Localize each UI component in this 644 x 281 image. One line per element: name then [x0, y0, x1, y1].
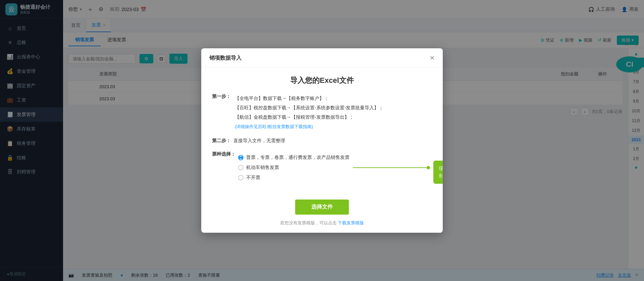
radio-motor-label: 机动车销售发票: [246, 165, 279, 171]
radio-none[interactable]: 不开票: [238, 175, 350, 181]
radio-motor-circle: [238, 165, 244, 170]
step2: 第二步： 直接导入文件，无需整理: [212, 138, 432, 144]
step2-text: 直接导入文件，无需整理: [233, 138, 285, 144]
tooltip-line: [353, 167, 430, 168]
modal-overlay: 销项数据导入 ✕ 导入您的Excel文件 第一步： 【全电平台】数据下载→【税务…: [0, 0, 644, 281]
modal-title: 销项数据导入: [209, 55, 241, 62]
modal-footer: 选择文件 若您没有发票模版，可以点击 下载发票模版: [201, 194, 443, 233]
radio-motor[interactable]: 机动车销售发票: [238, 165, 350, 171]
ticket-selection: 票种选择： 普票，专票，卷票，通行费发票，农产品销售发票: [212, 151, 432, 181]
template-tip-text: 若您没有发票模版，可以点击: [280, 220, 337, 225]
select-file-button[interactable]: 选择文件: [295, 200, 349, 215]
modal-close-button[interactable]: ✕: [430, 54, 435, 62]
step1-line2: 【百旺】税控盘数据下载→【系统设置-系统参数设置-发票批量导入】；: [235, 103, 383, 112]
step1-label: 第一步：: [212, 94, 232, 131]
template-download-link[interactable]: 下载发票模版: [338, 220, 364, 225]
modal-main-title: 导入您的Excel文件: [212, 75, 432, 86]
ticket-label: 票种选择：: [212, 151, 235, 157]
modal-body: 导入您的Excel文件 第一步： 【全电平台】数据下载→【税务数字账户】； 【百…: [201, 67, 443, 194]
template-tip: 若您没有发票模版，可以点击 下载发票模版: [212, 220, 432, 226]
modal-header: 销项数据导入 ✕: [201, 48, 443, 67]
radio-group: 普票，专票，卷票，通行费发票，农产品销售发票 机动车销售发票: [238, 155, 350, 181]
tooltip-bubble: × 现在支持的票种多了，导入发票时别忘了选择正确的发票类型呀!: [433, 161, 443, 184]
modal-dialog: 销项数据导入 ✕ 导入您的Excel文件 第一步： 【全电平台】数据下载→【税务…: [201, 48, 443, 233]
tooltip-text: 现在支持的票种多了，导入发票时别忘了选择正确的发票类型呀!: [439, 166, 443, 178]
radio-normal-circle: [238, 155, 244, 160]
step1-line3: 【航信】金税盘数据下载→【报税管理-发票数据导出】；: [235, 112, 383, 122]
radio-none-label: 不开票: [246, 175, 260, 181]
radio-normal-label: 普票，专票，卷票，通行费发票，农产品销售发票: [246, 155, 350, 161]
radio-none-circle: [238, 175, 244, 180]
step1-content: 【全电平台】数据下载→【税务数字账户】； 【百旺】税控盘数据下载→【系统设置-系…: [235, 94, 383, 131]
step1-line1: 【全电平台】数据下载→【税务数字账户】；: [235, 94, 383, 103]
step2-label: 第二步：: [212, 138, 231, 144]
step1: 第一步： 【全电平台】数据下载→【税务数字账户】； 【百旺】税控盘数据下载→【系…: [212, 94, 432, 131]
step1-link[interactable]: (详细操作见百旺/航信发票数据下载指南): [235, 124, 313, 129]
radio-normal[interactable]: 普票，专票，卷票，通行费发票，农产品销售发票: [238, 155, 350, 161]
